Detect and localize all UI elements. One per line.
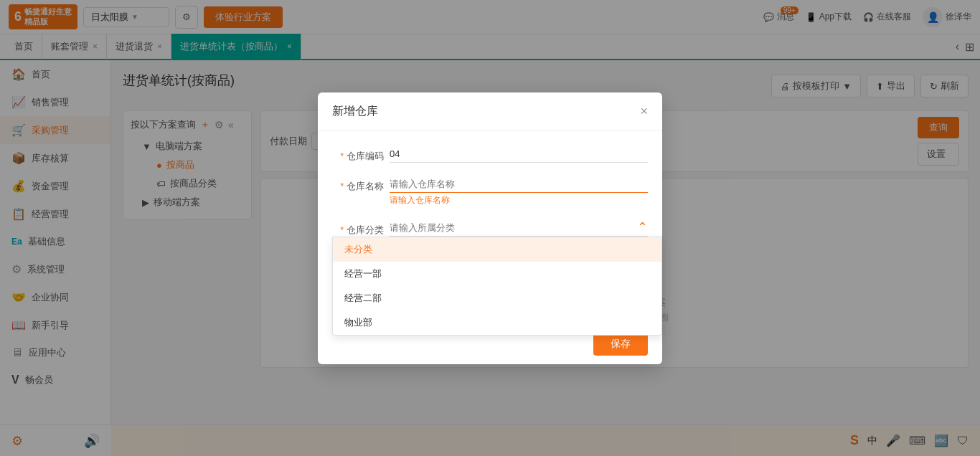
dropdown-item-dept1[interactable]: 经营一部 (333, 262, 661, 286)
dropdown-item-unclassified[interactable]: 未分类 (333, 237, 661, 262)
form-row-category: * 仓库分类 ⌃ 未分类 经营一部 经营二部 物业部 (332, 219, 648, 237)
modal-body: * 仓库编码 * 仓库名称 请输入仓库名称 (318, 131, 662, 324)
modal-title: 新增仓库 (332, 104, 378, 119)
form-row-code: * 仓库编码 (332, 146, 648, 163)
required-star-category: * (340, 224, 344, 235)
dropdown-item-dept2[interactable]: 经营二部 (333, 286, 661, 310)
modal-close-button[interactable]: × (640, 104, 648, 119)
category-wrapper: ⌃ 未分类 经营一部 经营二部 物业部 (390, 219, 648, 237)
modal-overlay[interactable]: 新增仓库 × * 仓库编码 * 仓库名称 (0, 0, 980, 456)
save-button[interactable]: 保存 (593, 333, 648, 356)
category-input-row: ⌃ (390, 219, 648, 237)
category-label: * 仓库分类 (332, 219, 390, 237)
category-toggle-icon[interactable]: ⌃ (637, 219, 648, 235)
required-star-name: * (340, 181, 344, 191)
name-error-msg: 请输入仓库名称 (390, 194, 648, 206)
code-label: * 仓库编码 (332, 146, 390, 163)
name-label: * 仓库名称 (332, 176, 390, 193)
category-dropdown: 未分类 经营一部 经营二部 物业部 (332, 237, 662, 336)
code-field (390, 146, 648, 163)
warehouse-code-input[interactable] (390, 146, 648, 163)
form-row-name: * 仓库名称 请输入仓库名称 (332, 176, 648, 206)
required-star: * (340, 151, 344, 161)
modal-header: 新增仓库 × (318, 92, 662, 131)
category-input[interactable] (390, 219, 637, 236)
name-field: 请输入仓库名称 (390, 176, 648, 206)
dropdown-item-dept3[interactable]: 物业部 (333, 310, 661, 335)
warehouse-name-input[interactable] (390, 176, 648, 193)
new-warehouse-modal: 新增仓库 × * 仓库编码 * 仓库名称 (318, 92, 662, 364)
